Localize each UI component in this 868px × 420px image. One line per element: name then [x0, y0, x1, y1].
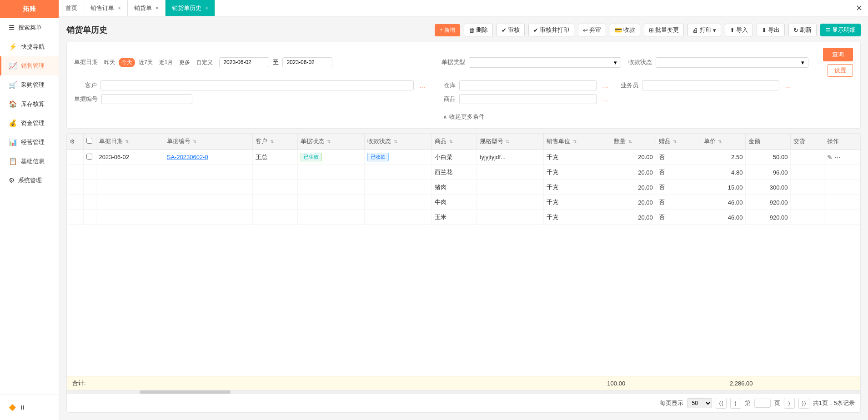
- print-button[interactable]: 🖨 打印 ▾: [687, 24, 721, 36]
- first-page-btn[interactable]: ⟨⟨: [716, 398, 727, 409]
- doc-type-select[interactable]: ▾: [469, 57, 622, 68]
- doc-no-input[interactable]: [101, 94, 192, 104]
- page-number-input[interactable]: 1: [754, 399, 771, 408]
- warehouse-picker-btn[interactable]: …: [602, 82, 608, 89]
- export-button[interactable]: ⬇ 导出: [757, 24, 785, 36]
- date-custom[interactable]: 自定义: [194, 58, 216, 67]
- warehouse-input[interactable]: [459, 80, 597, 90]
- goods-picker-btn[interactable]: …: [602, 95, 608, 103]
- row-checkbox-cell[interactable]: [83, 150, 96, 165]
- last-page-btn[interactable]: ⟩⟩: [798, 398, 809, 409]
- collect-status-select[interactable]: ▾: [656, 57, 808, 68]
- row-doc-no[interactable]: [164, 195, 252, 210]
- sidebar: 拓账 ☰ 搜索菜单 ⚡ 快捷导航 📈 销售管理 🛒 采购管理 🏠 库存核算 💰 …: [0, 0, 59, 420]
- prev-page-btn[interactable]: ⟨: [730, 398, 741, 409]
- row-doc-no[interactable]: [164, 165, 252, 180]
- bottom-icon2: ⏸: [20, 404, 25, 411]
- col-settings[interactable]: ⚙: [67, 134, 83, 150]
- row-checkbox-cell[interactable]: [83, 180, 96, 195]
- col-customer[interactable]: 客户 ⇅: [253, 134, 298, 150]
- date-yesterday[interactable]: 昨天: [101, 58, 118, 67]
- abandon-button[interactable]: ↩ 弃审: [578, 24, 606, 36]
- customer-input[interactable]: [100, 80, 414, 90]
- goods-input[interactable]: [459, 94, 597, 104]
- table-header-row: ⚙ 单据日期 ⇅ 单据编号 ⇅ 客户: [67, 134, 860, 150]
- salesperson-picker-btn[interactable]: …: [785, 82, 791, 89]
- sidebar-item-search-menu[interactable]: ☰ 搜索菜单: [0, 18, 59, 37]
- col-collect-status[interactable]: 收款状态 ⇅: [365, 134, 432, 150]
- col-goods[interactable]: 商品 ⇅: [432, 134, 477, 150]
- query-button[interactable]: 查询: [823, 48, 853, 61]
- tab-sales-order[interactable]: 销售订单 ×: [84, 0, 128, 16]
- col-price[interactable]: 单价 ⇅: [701, 134, 746, 150]
- sidebar-item-sales-mgmt[interactable]: 📈 销售管理: [0, 56, 59, 75]
- salesperson-input[interactable]: [642, 80, 779, 90]
- summary-label: 合计:: [72, 379, 154, 387]
- sidebar-item-basic-info[interactable]: 📋 基础信息: [0, 152, 59, 171]
- row-doc-no[interactable]: [164, 210, 252, 225]
- col-qty[interactable]: 数量 ⇅: [611, 134, 656, 150]
- next-page-btn[interactable]: ⟩: [784, 398, 795, 409]
- sidebar-item-quick-nav[interactable]: ⚡ 快捷导航: [0, 37, 59, 56]
- col-doc-no[interactable]: 单据编号 ⇅: [164, 134, 252, 150]
- row-checkbox[interactable]: [86, 154, 92, 160]
- col-actions: 操作: [824, 134, 860, 150]
- col-checkbox[interactable]: [83, 134, 96, 150]
- col-doc-status[interactable]: 单据状态 ⇅: [297, 134, 365, 150]
- audit-button[interactable]: ✔ 审核: [497, 24, 525, 36]
- date-7days[interactable]: 近7天: [136, 58, 156, 67]
- col-spec[interactable]: 规格型号 ⇅: [477, 134, 544, 150]
- scrollbar-thumb[interactable]: [140, 390, 231, 394]
- row-doc-no[interactable]: [164, 180, 252, 195]
- batch-change-button[interactable]: ⊞ 批量变更: [644, 24, 684, 36]
- col-unit[interactable]: 销售单位 ⇅: [544, 134, 611, 150]
- sidebar-item-system-mgmt[interactable]: ⚙ 系统管理: [0, 171, 59, 190]
- date-to-input[interactable]: [282, 57, 332, 67]
- date-shortcuts: 昨天 今天 近7天 近1月 更多 自定义: [101, 58, 216, 67]
- row-checkbox-cell[interactable]: [83, 210, 96, 225]
- row-doc-no[interactable]: SA-20230602-0: [164, 150, 252, 165]
- date-from-input[interactable]: [219, 57, 269, 67]
- row-qty: 20.00: [611, 150, 656, 165]
- row-checkbox-cell[interactable]: [83, 165, 96, 180]
- tab-sales-order-close[interactable]: ×: [118, 5, 121, 11]
- tab-home[interactable]: 首页: [59, 0, 84, 16]
- date-more[interactable]: 更多: [176, 58, 193, 67]
- doc-no-link[interactable]: SA-20230602-0: [167, 154, 208, 160]
- sidebar-item-finance[interactable]: 💰 资金管理: [0, 114, 59, 133]
- horizontal-scrollbar[interactable]: [67, 390, 860, 394]
- col-gift[interactable]: 赠品 ⇅: [656, 134, 701, 150]
- page-size-select[interactable]: 50 100 200: [687, 398, 712, 408]
- col-delivery[interactable]: 交货: [791, 134, 824, 150]
- audit-print-button[interactable]: ✔ 审核并打印: [528, 24, 574, 36]
- edit-icon[interactable]: ✎: [827, 154, 833, 161]
- date-1month[interactable]: 近1月: [156, 58, 176, 67]
- table-scroll[interactable]: ⚙ 单据日期 ⇅ 单据编号 ⇅ 客户: [67, 134, 860, 376]
- row-qty: 20.00: [611, 195, 656, 210]
- tab-sales-history[interactable]: 销货单历史 ×: [166, 0, 215, 16]
- select-all-checkbox[interactable]: [86, 138, 92, 144]
- tab-sales-goods-close[interactable]: ×: [156, 5, 159, 11]
- new-button[interactable]: + 新增: [435, 24, 460, 36]
- sidebar-bottom-item1[interactable]: 🔶 ⏸: [0, 399, 59, 416]
- refresh-button[interactable]: ↻ 刷新: [788, 24, 817, 36]
- import-button[interactable]: ⬆ 导入: [725, 24, 753, 36]
- content-area: 销货单历史 + 新增 🗑 删除 ✔ 审核 ✔ 审核并打印 ↩ 弃审: [59, 16, 868, 420]
- set-button[interactable]: 设置: [828, 64, 853, 77]
- collapse-button[interactable]: ∧ 收起更多条件: [74, 111, 853, 123]
- col-amount[interactable]: 金额: [746, 134, 791, 150]
- col-date[interactable]: 单据日期 ⇅: [96, 134, 164, 150]
- tab-sales-goods[interactable]: 销货单 ×: [128, 0, 166, 16]
- date-today[interactable]: 今天: [119, 58, 135, 67]
- close-all-tabs[interactable]: ✕: [850, 3, 868, 13]
- more-icon[interactable]: ⋯: [834, 154, 841, 161]
- collect-button[interactable]: 💳 收款: [610, 24, 640, 36]
- row-checkbox-cell[interactable]: [83, 195, 96, 210]
- sidebar-item-purchase-mgmt[interactable]: 🛒 采购管理: [0, 75, 59, 95]
- sidebar-item-operations[interactable]: 📊 经营管理: [0, 133, 59, 152]
- tab-sales-history-close[interactable]: ×: [205, 5, 208, 11]
- customer-picker-btn[interactable]: …: [419, 82, 426, 89]
- show-detail-button[interactable]: ☰ 显示明细: [820, 24, 861, 36]
- delete-button[interactable]: 🗑 删除: [464, 24, 493, 36]
- sidebar-item-inventory[interactable]: 🏠 库存核算: [0, 95, 59, 114]
